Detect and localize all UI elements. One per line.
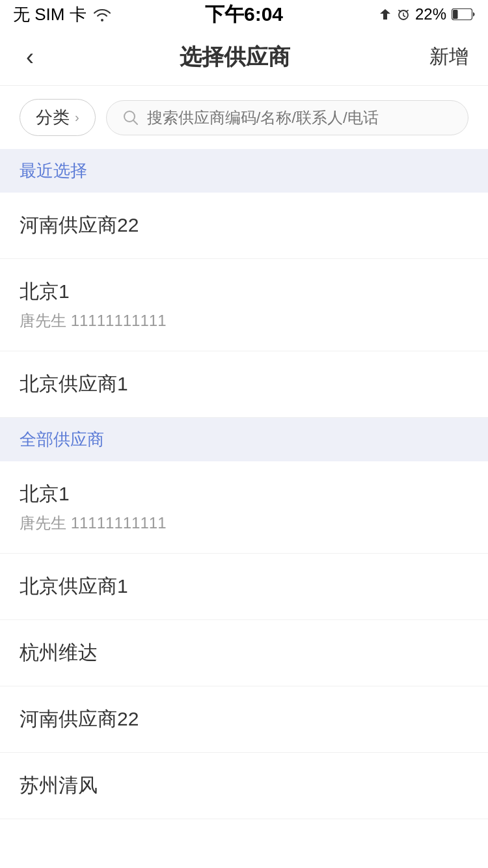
category-filter-button[interactable]: 分类 › bbox=[20, 99, 96, 136]
supplier-name: 苏州清风 bbox=[20, 772, 468, 799]
category-label: 分类 bbox=[36, 106, 70, 129]
filter-bar: 分类 › bbox=[0, 86, 488, 149]
back-button[interactable]: ‹ bbox=[20, 37, 40, 77]
supplier-name: 北京1 bbox=[20, 481, 468, 508]
search-icon bbox=[122, 109, 139, 126]
supplier-name: 北京1 bbox=[20, 278, 468, 305]
location-icon bbox=[379, 8, 392, 21]
list-item[interactable]: 河南供应商22 bbox=[0, 686, 488, 753]
supplier-sub: 唐先生 11111111111 bbox=[20, 310, 468, 331]
supplier-name: 北京供应商1 bbox=[20, 573, 468, 600]
section-header-recent: 最近选择 bbox=[0, 149, 488, 193]
chevron-right-icon: › bbox=[75, 110, 79, 125]
list-item[interactable]: 杭州维达 bbox=[0, 620, 488, 686]
supplier-name: 北京供应商1 bbox=[20, 371, 468, 398]
status-time: 下午6:04 bbox=[205, 1, 283, 28]
supplier-name: 杭州维达 bbox=[20, 640, 468, 666]
list-item[interactable]: 北京1唐先生 11111111111 bbox=[0, 461, 488, 554]
sim-status: 无 SIM 卡 bbox=[13, 3, 87, 26]
list-item[interactable]: 北京供应商1 bbox=[0, 554, 488, 620]
svg-rect-2 bbox=[453, 10, 458, 19]
list-item[interactable]: 苏州清风 bbox=[0, 753, 488, 819]
list-item[interactable]: 河南供应商22 bbox=[0, 193, 488, 259]
alarm-icon bbox=[397, 8, 410, 21]
section-header-all: 全部供应商 bbox=[0, 418, 488, 461]
status-right: 22% bbox=[379, 5, 475, 23]
supplier-name: 河南供应商22 bbox=[20, 706, 468, 733]
supplier-sub: 唐先生 11111111111 bbox=[20, 513, 468, 534]
battery-text: 22% bbox=[415, 5, 446, 23]
search-box[interactable] bbox=[106, 100, 468, 135]
search-input[interactable] bbox=[147, 109, 452, 127]
status-bar: 无 SIM 卡 下午6:04 22% bbox=[0, 0, 488, 29]
page-title: 选择供应商 bbox=[180, 42, 290, 72]
supplier-name: 河南供应商22 bbox=[20, 212, 468, 239]
list-item[interactable]: 北京供应商1 bbox=[0, 351, 488, 418]
nav-bar: ‹ 选择供应商 新增 bbox=[0, 29, 488, 86]
new-action-button[interactable]: 新增 bbox=[429, 44, 468, 70]
list-item[interactable]: 北京1唐先生 11111111111 bbox=[0, 259, 488, 351]
battery-icon bbox=[452, 8, 475, 20]
status-left: 无 SIM 卡 bbox=[13, 3, 111, 26]
wifi-icon bbox=[93, 7, 111, 21]
supplier-list: 最近选择河南供应商22北京1唐先生 11111111111北京供应商1全部供应商… bbox=[0, 149, 488, 819]
